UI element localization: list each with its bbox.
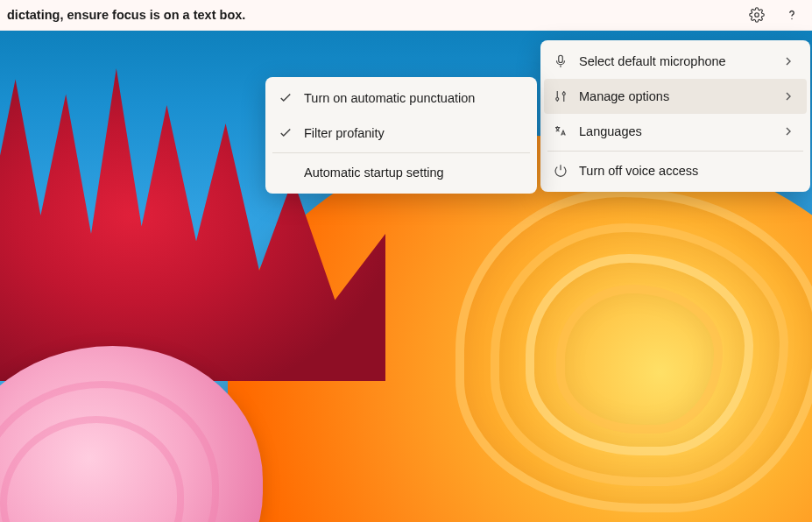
- submenu-item-automatic-punctuation[interactable]: Turn on automatic punctuation: [269, 81, 533, 116]
- check-icon: [274, 87, 297, 109]
- svg-rect-2: [559, 55, 563, 62]
- power-icon: [549, 159, 572, 182]
- chevron-right-icon: [780, 126, 796, 137]
- help-icon[interactable]: [782, 5, 801, 25]
- menu-divider: [547, 151, 803, 152]
- menu-item-select-microphone[interactable]: Select default microphone: [544, 44, 807, 79]
- chevron-right-icon: [780, 91, 796, 102]
- chevron-right-icon: [780, 56, 796, 67]
- menu-item-turn-off-voice-access[interactable]: Turn off voice access: [544, 153, 807, 188]
- submenu-item-label: Filter profanity: [304, 126, 523, 140]
- gear-icon[interactable]: [747, 5, 766, 25]
- check-icon: [274, 122, 297, 145]
- submenu-item-automatic-startup[interactable]: Automatic startup setting: [269, 155, 533, 190]
- menu-item-label: Manage options: [579, 89, 773, 103]
- menu-item-languages[interactable]: Languages: [544, 114, 807, 149]
- sliders-icon: [549, 85, 572, 108]
- check-slot-empty: [274, 161, 297, 184]
- submenu-item-label: Automatic startup setting: [304, 166, 523, 180]
- menu-item-label: Languages: [579, 124, 773, 138]
- menu-item-manage-options[interactable]: Manage options: [544, 79, 807, 114]
- toolbar-status-text: dictating, ensure focus is on a text box…: [7, 8, 747, 22]
- voice-access-toolbar: dictating, ensure focus is on a text box…: [0, 0, 812, 31]
- menu-divider: [272, 152, 530, 153]
- menu-item-label: Select default microphone: [579, 54, 773, 68]
- microphone-icon: [549, 50, 572, 73]
- manage-options-submenu: Turn on automatic punctuation Filter pro…: [265, 77, 537, 194]
- svg-point-1: [791, 18, 792, 19]
- submenu-item-label: Turn on automatic punctuation: [304, 91, 523, 105]
- language-icon: [549, 120, 572, 143]
- submenu-item-filter-profanity[interactable]: Filter profanity: [269, 116, 533, 151]
- settings-menu: Select default microphone Manage options…: [540, 40, 810, 192]
- toolbar-actions: [747, 5, 805, 25]
- svg-point-0: [755, 13, 759, 18]
- menu-item-label: Turn off voice access: [579, 164, 773, 178]
